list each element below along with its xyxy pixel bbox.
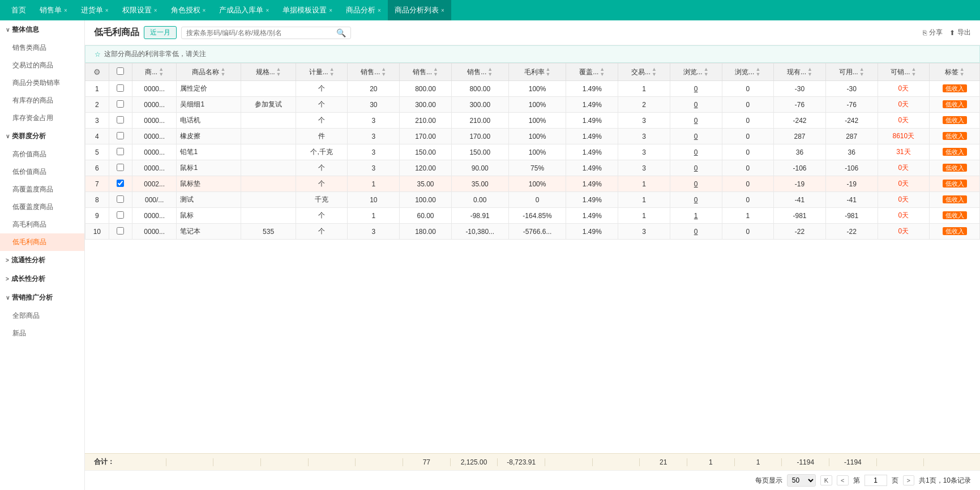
col-header-code[interactable]: 商...▲▼ — [132, 63, 177, 81]
views-1[interactable]: 0 — [670, 144, 722, 160]
sidebar-item-交易过的商品[interactable]: 交易过的商品 — [0, 57, 84, 74]
sidebar-item-新品[interactable]: 新品 — [0, 325, 84, 342]
sort-icon[interactable]: ▲▼ — [329, 67, 335, 77]
views-1[interactable]: 1 — [670, 208, 722, 224]
col-header-sales_qty[interactable]: 销售...▲▼ — [348, 63, 400, 81]
col-header-sales_price[interactable]: 销售...▲▼ — [400, 63, 452, 81]
sidebar-item-全部商品[interactable]: 全部商品 — [0, 307, 84, 325]
sidebar-item-库存资金占用[interactable]: 库存资金占用 — [0, 109, 84, 127]
nav-item-销售单[interactable]: 销售单× — [33, 0, 74, 20]
nav-item-角色授权[interactable]: 角色授权× — [164, 0, 213, 20]
nav-item-权限设置[interactable]: 权限设置× — [115, 0, 164, 20]
views-1[interactable]: 0 — [670, 97, 722, 113]
table-row[interactable]: 40000...橡皮擦件3170.00170.00100%1.49%300287… — [85, 129, 980, 144]
views-1[interactable]: 0 — [670, 160, 722, 176]
close-icon[interactable]: × — [329, 7, 332, 14]
row-checkbox[interactable] — [117, 211, 124, 219]
row-checkbox[interactable] — [117, 180, 124, 187]
table-row[interactable]: 50000...铅笔1个,千克3150.00150.00100%1.49%300… — [85, 144, 980, 160]
row-checkbox[interactable] — [117, 148, 124, 155]
table-row[interactable]: 90000...鼠标个160.00-98.91-164.85%1.49%111-… — [85, 208, 980, 224]
sort-icon[interactable]: ▲▼ — [487, 67, 493, 77]
close-icon[interactable]: × — [154, 7, 157, 14]
col-header-views2[interactable]: 浏览...▲▼ — [722, 63, 774, 81]
nav-item-进货单[interactable]: 进货单× — [74, 0, 115, 20]
nav-item-产成品入库单[interactable]: 产成品入库单× — [212, 0, 276, 20]
nav-item-首页[interactable]: 首页 — [5, 0, 33, 20]
page-number-input[interactable] — [865, 475, 887, 486]
col-header-coverage[interactable]: 覆盖...▲▼ — [566, 63, 618, 81]
sort-icon[interactable]: ▲▼ — [546, 67, 551, 77]
col-header-available[interactable]: 可用...▲▼ — [825, 63, 878, 81]
views-link[interactable]: 0 — [694, 148, 698, 156]
col-header-sellable[interactable]: 可销...▲▼ — [878, 63, 930, 81]
sidebar-item-销售类商品[interactable]: 销售类商品 — [0, 39, 84, 57]
nav-item-商品分析列表[interactable]: 商品分析列表× — [388, 0, 451, 20]
views-link[interactable]: 0 — [694, 196, 698, 204]
select-all-checkbox[interactable] — [117, 67, 124, 75]
sort-icon[interactable]: ▲▼ — [159, 67, 164, 77]
sort-icon[interactable]: ▲▼ — [859, 67, 865, 77]
table-row[interactable]: 8000/...测试千克10100.000.0001.49%100-41-410… — [85, 192, 980, 208]
table-row[interactable]: 20000...吴细细1参加复试个30300.00300.00100%1.49%… — [85, 97, 980, 113]
views-link[interactable]: 1 — [694, 212, 698, 220]
sidebar-group-header[interactable]: ∨营销推广分析 — [0, 288, 84, 307]
sort-icon[interactable]: ▲▼ — [600, 67, 605, 77]
row-checkbox[interactable] — [117, 84, 124, 92]
nav-item-单据模板设置[interactable]: 单据模板设置× — [276, 0, 339, 20]
sidebar-group-header[interactable]: >成长性分析 — [0, 270, 84, 288]
table-row[interactable]: 100000...笔记本535个3180.00-10,380...-5766.6… — [85, 224, 980, 240]
sort-icon[interactable]: ▲▼ — [807, 67, 812, 77]
views-link[interactable]: 0 — [694, 85, 698, 93]
col-header-views1[interactable]: 浏览...▲▼ — [670, 63, 722, 81]
views-1[interactable]: 0 — [670, 113, 722, 129]
row-checkbox[interactable] — [117, 164, 124, 171]
table-row[interactable]: 10000...属性定价个20800.00800.00100%1.49%100-… — [85, 81, 980, 97]
close-icon[interactable]: × — [64, 7, 67, 14]
row-checkbox[interactable] — [117, 116, 124, 123]
first-page-button[interactable]: K — [820, 475, 832, 485]
sidebar-group-header[interactable]: >流通性分析 — [0, 251, 84, 270]
sort-icon[interactable]: ▲▼ — [652, 67, 657, 77]
sidebar-group-header[interactable]: ∨类群度分析 — [0, 127, 84, 146]
views-link[interactable]: 0 — [694, 180, 698, 188]
sort-icon[interactable]: ▲▼ — [433, 67, 438, 77]
close-icon[interactable]: × — [378, 7, 381, 14]
views-1[interactable]: 0 — [670, 176, 722, 192]
col-header-trade[interactable]: 交易...▲▼ — [618, 63, 670, 81]
table-row[interactable]: 60000...鼠标1个3120.0090.0075%1.49%300-106-… — [85, 160, 980, 176]
sort-icon[interactable]: ▲▼ — [220, 67, 225, 77]
col-header-current_stock[interactable]: 现有...▲▼ — [774, 63, 826, 81]
col-header-unit[interactable]: 计量...▲▼ — [296, 63, 348, 81]
sort-icon[interactable]: ▲▼ — [276, 67, 281, 77]
views-1[interactable]: 0 — [670, 129, 722, 144]
sidebar-item-低价值商品[interactable]: 低价值商品 — [0, 163, 84, 181]
row-checkbox[interactable] — [117, 227, 124, 235]
date-filter-button[interactable]: 近一月 — [144, 26, 177, 39]
export-button[interactable]: ⬆ 导出 — [949, 28, 971, 37]
views-link[interactable]: 0 — [694, 101, 698, 109]
table-row[interactable]: 70002...鼠标垫个135.0035.00100%1.49%100-19-1… — [85, 176, 980, 192]
views-link[interactable]: 0 — [694, 228, 698, 236]
row-checkbox[interactable] — [117, 195, 124, 203]
sidebar-item-高覆盖度商品[interactable]: 高覆盖度商品 — [0, 181, 84, 198]
prev-page-button[interactable]: < — [837, 475, 848, 485]
search-icon[interactable]: 🔍 — [336, 28, 346, 37]
col-header-spec[interactable]: 规格...▲▼ — [241, 63, 296, 81]
sidebar-item-高价值商品[interactable]: 高价值商品 — [0, 146, 84, 163]
col-header-margin_rate[interactable]: 毛利率▲▼ — [508, 63, 566, 81]
sidebar-group-header[interactable]: ∨整体信息 — [0, 20, 84, 39]
row-checkbox[interactable] — [117, 132, 124, 139]
search-input[interactable] — [186, 29, 336, 37]
close-icon[interactable]: × — [441, 7, 444, 14]
nav-item-商品分析[interactable]: 商品分析× — [339, 0, 388, 20]
col-header-name[interactable]: 商品名称▲▼ — [177, 63, 241, 81]
sidebar-item-有库存的商品[interactable]: 有库存的商品 — [0, 92, 84, 109]
sidebar-item-高毛利商品[interactable]: 高毛利商品 — [0, 216, 84, 233]
col-header-tag[interactable]: 标签▲▼ — [930, 63, 980, 81]
close-icon[interactable]: × — [266, 7, 269, 14]
close-icon[interactable]: × — [105, 7, 109, 14]
sidebar-item-商品分类助销率[interactable]: 商品分类助销率 — [0, 74, 84, 92]
views-link[interactable]: 0 — [694, 164, 698, 172]
sort-icon[interactable]: ▲▼ — [755, 67, 760, 77]
